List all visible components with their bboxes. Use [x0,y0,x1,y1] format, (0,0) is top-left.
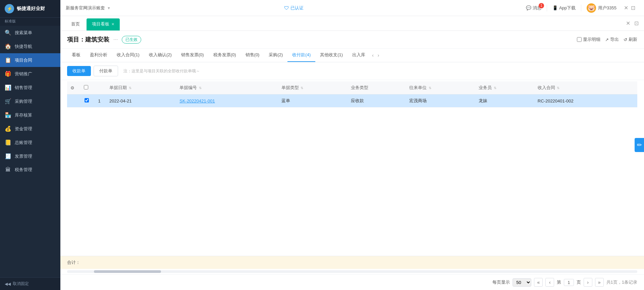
sub-tab-prev-arrow[interactable]: ‹ [370,50,376,61]
maximize-button[interactable]: ⊡ [631,5,635,11]
sidebar-item-invoice-mgmt[interactable]: 🧾 发票管理 [0,149,60,163]
th-salesperson[interactable]: 业务员 ⇅ [475,81,534,94]
settings-icon[interactable]: ⚙ [70,85,74,90]
sub-tab-profit[interactable]: 盈利分析 [85,49,112,62]
sidebar-item-tax-mgmt[interactable]: 🏛 税务管理 [0,163,60,176]
account-selector[interactable]: 新服务官网演示账套 ▼ [66,5,280,11]
sidebar-item-funds[interactable]: 💰 资金管理 [0,122,60,136]
sub-tabs: 看板 盈利分析 收入合同(1) 收入确认(2) 销售发票(0) 税务发票(0) … [60,49,644,62]
tab-window-controls: ✕ ⊡ [626,20,639,26]
sub-tab-inout-store[interactable]: 出入库 [347,49,370,62]
sidebar-item-label: 库存核算 [15,112,32,118]
sidebar-item-quick-nav[interactable]: 🏠 快捷导航 [0,40,60,53]
sidebar-item-label: 发票管理 [15,153,32,159]
app-name: 畅捷通好业财 [17,6,45,12]
tab-project-board[interactable]: 项目看板 ✕ [87,18,120,30]
sub-tab-next-arrow[interactable]: › [376,50,381,61]
sidebar-item-inventory[interactable]: 🏪 库存核算 [0,108,60,122]
sub-tab-purchase[interactable]: 采购(2) [264,49,287,62]
select-all-checkbox[interactable] [84,85,88,89]
horizontal-scrollbar-area [60,269,644,274]
logo-icon: ⚡ [5,4,14,13]
close-button[interactable]: ✕ [624,5,628,11]
phone-icon: 📱 [552,5,558,10]
sub-tab-tax-invoice[interactable]: 税务发票(0) [209,49,241,62]
divider [547,5,547,11]
show-detail-label: 显示明细 [583,37,600,43]
td-code[interactable]: SK-20220421-001 [176,94,278,107]
tab-fullscreen-icon[interactable]: ⊡ [634,20,639,26]
project-more-button[interactable]: ··· [113,37,118,43]
th-settings[interactable]: ⚙ [67,81,80,94]
td-settings [67,94,80,107]
project-title-name: 建筑安装 [85,36,109,43]
sub-tab-income-contract[interactable]: 收入合同(1) [112,49,144,62]
store-icon: 🏪 [5,112,11,118]
th-biz-type: 业务类型 [347,81,406,94]
message-button[interactable]: 💬 消息 1 [526,5,541,11]
sidebar-item-project-contract[interactable]: 📋 项目合同 [0,53,60,67]
row-checkbox[interactable] [85,98,89,102]
sub-tab-profit-label: 盈利分析 [90,52,107,57]
sidebar-item-ledger[interactable]: 📒 总账管理 [0,136,60,149]
th-code[interactable]: 单据编号 ⇅ [176,81,278,94]
shield-icon: 🛡 [284,5,289,11]
tab-close-icon[interactable]: ✕ [111,22,114,26]
td-salesperson: 龙妹 [475,94,534,107]
sub-tab-sales-invoice[interactable]: 销售发票(0) [176,49,209,62]
prev-page-button[interactable]: ‹ [545,278,554,287]
td-income-contract: RC-20220401-002 [534,94,637,107]
td-check[interactable] [80,94,93,107]
sub-tab-sales[interactable]: 销售(0) [241,49,264,62]
sidebar-item-label: 销售管理 [15,85,32,91]
cert-label: 已认证 [290,5,304,11]
edit-icon: ✏ [637,141,642,149]
sidebar-item-marketing[interactable]: 🎁 营销推广 [0,67,60,81]
sidebar-item-search[interactable]: 🔍 搜索菜单 [0,26,60,40]
sub-tab-other-expense[interactable]: 其他收支(1) [315,49,347,62]
float-edit-button[interactable]: ✏ [635,138,644,152]
refresh-button[interactable]: ↺ 刷新 [624,37,637,43]
sub-tab-receipt[interactable]: 收付款(4) [287,49,315,62]
per-page-label: 每页显示 [492,279,510,285]
sidebar-item-purchase-mgmt[interactable]: 🛒 采购管理 [0,94,60,108]
message-badge: 1 [539,3,544,8]
sidebar-item-label: 营销推广 [15,71,32,77]
current-page: 1 [564,279,574,286]
receipt-bill-button[interactable]: 收款单 [67,66,91,76]
record-link[interactable]: SK-20220421-001 [179,98,215,103]
tab-home[interactable]: 首页 [66,18,85,30]
show-detail-checkbox[interactable] [577,37,582,42]
unpin-button[interactable]: ◀◀ 取消固定 [0,277,60,290]
th-partner[interactable]: 往来单位 ⇅ [406,81,475,94]
tab-project-board-label: 项目看板 [92,21,109,27]
th-income-contract[interactable]: 收入合同 ⇅ [534,81,637,94]
total-label: 合计： [67,260,80,266]
sub-tab-income-confirm[interactable]: 收入确认(2) [144,49,176,62]
show-detail-checkbox-label[interactable]: 显示明细 [577,37,600,43]
payment-bill-button[interactable]: 付款单 [94,66,118,76]
td-partner: 宏茂商场 [406,94,475,107]
export-button[interactable]: ↗ 导出 [605,37,619,43]
project-icon: 📋 [5,57,11,63]
th-type[interactable]: 单据类型 ⇅ [278,81,347,94]
page-content: 项目：建筑安装 ··· 已生效 显示明细 ↗ 导出 ↺ 刷新 [60,31,644,290]
gift-icon: 🎁 [5,71,11,77]
app-download-label: App下载 [559,5,576,11]
topbar: 新服务官网演示账套 ▼ 🛡 已认证 💬 消息 1 📱 App下载 🐷 用户335… [60,0,644,16]
next-page-button[interactable]: › [584,278,592,287]
per-page-select[interactable]: 50 10 20 100 [513,278,531,287]
sidebar-item-label: 搜索菜单 [15,30,32,36]
th-date[interactable]: 单据日期 ⇅ [106,81,176,94]
app-download-button[interactable]: 📱 App下载 [552,5,576,11]
sub-tab-kanban[interactable]: 看板 [67,49,85,62]
tab-close-window-icon[interactable]: ✕ [626,20,630,26]
scrollbar-thumb[interactable] [94,270,161,273]
last-page-button[interactable]: » [595,278,604,287]
sidebar-item-sales-mgmt[interactable]: 📊 销售管理 [0,81,60,94]
user-menu[interactable]: 🐷 用户3355 [587,3,616,13]
first-page-button[interactable]: « [534,278,543,287]
sub-tab-sales-label: 销售(0) [246,52,260,57]
cart-icon: 🛒 [5,98,11,104]
data-table-wrap: ⚙ 单据日期 ⇅ 单据编号 ⇅ [60,80,644,256]
